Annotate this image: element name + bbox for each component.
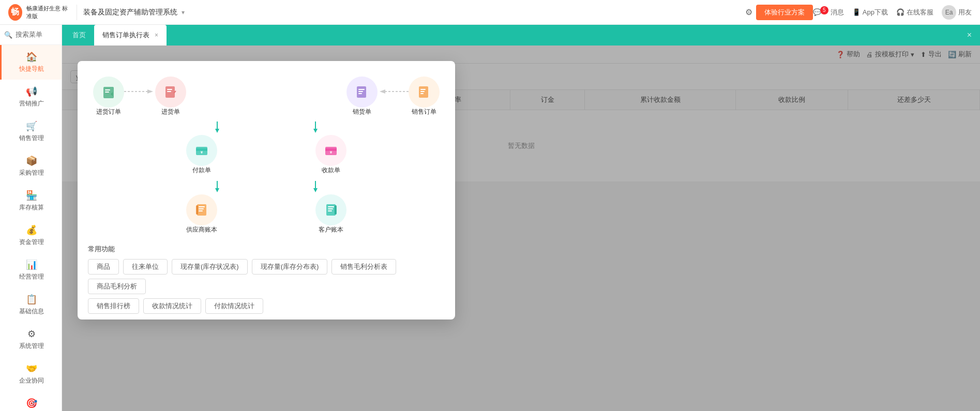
tab-home[interactable]: 首页 [64, 25, 94, 45]
svg-marker-31 [313, 188, 318, 192]
sales-order-node: 销售订单 [409, 77, 440, 116]
svg-text:¥: ¥ [330, 150, 333, 155]
sales-bill-icon [355, 85, 369, 99]
sales-order-circle[interactable] [409, 77, 440, 108]
tab-bar-close-icon[interactable]: × [961, 31, 978, 40]
svg-rect-1 [105, 89, 110, 90]
sidebar-item-label-marketing: 营销推广 [19, 99, 44, 108]
sales-bill-node: 销货单 [346, 77, 378, 116]
newbie-icon: 🎯 [26, 398, 37, 409]
sidebar-item-quick-nav[interactable]: 🏠 快捷导航 [0, 45, 62, 80]
system-title-text: 装备及固定资产辅助管理系统 [83, 8, 177, 17]
svg-rect-9 [358, 89, 365, 90]
sidebar-item-newbie[interactable]: 🎯 新手引导 [0, 391, 62, 411]
func-btn-payment-stats[interactable]: 付款情况统计 [205, 298, 263, 314]
func-btn-stock-status[interactable]: 现存量(库存状况表) [172, 259, 248, 275]
common-funcs-title: 常用功能 [88, 245, 445, 254]
svg-rect-39 [328, 208, 333, 209]
message-label: 消息 [831, 8, 844, 17]
tab-home-label: 首页 [72, 31, 86, 40]
supplier-ledger-icon [194, 203, 209, 217]
search-icon: 🔍 [4, 31, 12, 39]
flow-row-1: 进货订单 [93, 77, 440, 116]
payment-in-node: ¥ 收款单 [315, 135, 346, 175]
sidebar-item-system[interactable]: ⚙ 系统管理 [0, 322, 62, 357]
phone-icon: 📱 [852, 8, 861, 16]
sidebar-item-sales[interactable]: 🛒 销售管理 [0, 114, 62, 149]
purchase-order-node: 进货订单 [93, 77, 124, 116]
customer-ledger-label: 客户账本 [319, 225, 343, 234]
flow-row-3: 供应商账本 [93, 194, 440, 234]
sales-order-label: 销售订单 [412, 108, 436, 116]
svg-rect-34 [199, 208, 204, 209]
flow-row-2: ¥ 付款单 [93, 135, 440, 175]
purchase-order-circle[interactable] [93, 77, 124, 108]
payment-in-label: 收款单 [322, 166, 340, 175]
func-btn-counterpart[interactable]: 往来单位 [123, 259, 168, 275]
right-arrow-dashed [124, 87, 155, 96]
payment-out-circle[interactable]: ¥ [186, 135, 217, 166]
flow-arrows-row2 [93, 181, 440, 192]
sidebar-search[interactable]: 🔍 搜索菜单 [0, 25, 62, 45]
trial-button[interactable]: 体验行业方案 [756, 5, 813, 20]
svg-rect-16 [420, 91, 425, 92]
online-service-label: 在线客服 [907, 8, 933, 17]
svg-rect-2 [105, 92, 109, 93]
svg-rect-6 [167, 89, 172, 90]
customer-ledger-icon [324, 203, 338, 217]
sidebar-item-operations[interactable]: 📊 经营管理 [0, 253, 62, 287]
arrow-1-icon [124, 87, 155, 96]
spacer-a2-right [378, 181, 440, 192]
payment-in-circle[interactable]: ¥ [315, 135, 346, 166]
avatar: Ea [942, 5, 956, 20]
operations-icon: 📊 [26, 259, 37, 270]
func-btn-receipt-stats[interactable]: 收款情况统计 [143, 298, 201, 314]
sidebar-item-label-operations: 经营管理 [19, 272, 44, 281]
marketing-icon: 📢 [26, 86, 37, 97]
sidebar-item-inventory[interactable]: 🏪 库存核算 [0, 184, 62, 218]
func-btn-sales-rank[interactable]: 销售排行榜 [88, 298, 139, 314]
func-buttons-row1: 商品 往来单位 现存量(库存状况表) 现存量(库存分布表) 销售毛利分析表 商品… [88, 259, 445, 294]
message-item[interactable]: 💬 5 消息 [813, 8, 844, 17]
purchase-bill-circle[interactable] [155, 77, 186, 108]
svg-marker-29 [215, 188, 219, 192]
payment-out-node: ¥ 付款单 [186, 135, 217, 175]
supplier-ledger-label: 供应商账本 [186, 225, 217, 234]
spacer-a2-arr1 [155, 181, 186, 192]
purchase-bill-label: 进货单 [161, 108, 180, 116]
func-btn-stock-dist[interactable]: 现存量(库存分布表) [252, 259, 328, 275]
customer-ledger-circle[interactable] [315, 194, 346, 225]
sidebar-item-label-enterprise: 企业协同 [19, 376, 44, 385]
spacer-mid [248, 121, 284, 133]
sidebar-item-finance[interactable]: 💰 资金管理 [0, 218, 62, 253]
supplier-ledger-node: 供应商账本 [186, 194, 217, 234]
svg-rect-32 [197, 204, 206, 216]
payment-in-icon: ¥ [324, 143, 338, 158]
func-btn-sales-gross[interactable]: 销售毛利分析表 [331, 259, 396, 275]
purchase-bill-down-arrow [186, 121, 248, 133]
sidebar: 🔍 搜索菜单 🏠 快捷导航 📢 营销推广 🛒 销售管理 📦 采购管理 🏪 库存核… [0, 25, 62, 411]
user-item[interactable]: Ea 用友 [942, 5, 972, 20]
func-btn-product-gross[interactable]: 商品毛利分析 [88, 279, 146, 294]
sidebar-item-label-basic-info: 基础信息 [19, 307, 44, 316]
tab-sales-orders[interactable]: 销售订单执行表 × [94, 25, 167, 45]
enterprise-icon: 🤝 [26, 363, 37, 374]
finance-icon: 💰 [26, 224, 37, 236]
tab-close-icon[interactable]: × [155, 32, 158, 39]
supplier-ledger-circle[interactable] [186, 194, 217, 225]
sidebar-item-purchase[interactable]: 📦 采购管理 [0, 149, 62, 184]
quick-nav-icon: 🏠 [26, 51, 37, 63]
content-area: 首页 销售订单执行表 × × ❓ 帮助 🖨 按模板打印 ▾ [62, 25, 980, 411]
online-service-item[interactable]: 🎧 在线客服 [896, 8, 933, 17]
func-btn-product[interactable]: 商品 [88, 259, 119, 275]
sidebar-item-label-quick-nav: 快捷导航 [19, 65, 44, 73]
sidebar-item-enterprise[interactable]: 🤝 企业协同 [0, 357, 62, 391]
sales-bill-circle[interactable] [346, 77, 378, 108]
sidebar-item-marketing[interactable]: 📢 营销推广 [0, 80, 62, 114]
app-download-item[interactable]: 📱 App下载 [852, 8, 888, 17]
gear-button[interactable]: ⚙ [742, 5, 756, 20]
spacer-a2-arr2 [346, 181, 378, 192]
system-title-dropdown-icon[interactable]: ▾ [182, 9, 185, 16]
header-right: 💬 5 消息 📱 App下载 🎧 在线客服 Ea 用友 [813, 5, 972, 20]
sidebar-item-basic-info[interactable]: 📋 基础信息 [0, 287, 62, 322]
